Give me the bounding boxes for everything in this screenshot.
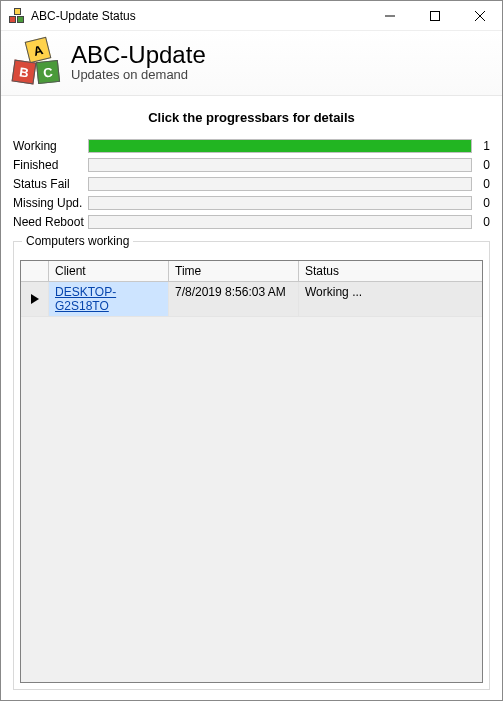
progress-count: 1: [472, 139, 490, 153]
window-controls: [367, 1, 502, 30]
instruction-text: Click the progressbars for details: [13, 110, 490, 125]
column-header-status[interactable]: Status: [299, 261, 482, 282]
close-button[interactable]: [457, 1, 502, 30]
titlebar: ABC-Update Status: [1, 1, 502, 31]
data-grid[interactable]: Client Time Status DESKTOP-G2S18TO7/8/20…: [20, 260, 483, 683]
column-header-client[interactable]: Client: [49, 261, 169, 282]
abc-blocks-icon: A B C: [13, 39, 63, 85]
app-body: Click the progressbars for details Worki…: [1, 96, 502, 700]
caret-right-icon: [31, 294, 39, 304]
cell-status: Working ...: [299, 282, 482, 317]
row-header: [21, 282, 49, 317]
grid-body: DESKTOP-G2S18TO7/8/2019 8:56:03 AMWorkin…: [21, 282, 482, 682]
progress-label: Working: [13, 139, 88, 153]
table-row[interactable]: DESKTOP-G2S18TO7/8/2019 8:56:03 AMWorkin…: [21, 282, 482, 317]
app-title: ABC-Update: [71, 42, 206, 67]
cell-time: 7/8/2019 8:56:03 AM: [169, 282, 299, 317]
progress-label: Need Reboot: [13, 215, 88, 229]
minimize-button[interactable]: [367, 1, 412, 30]
progress-rows: Working1Finished0Status Fail0Missing Upd…: [13, 139, 490, 229]
app-header: A B C ABC-Update Updates on demand: [1, 31, 502, 96]
maximize-button[interactable]: [412, 1, 457, 30]
progress-bar[interactable]: [88, 196, 472, 210]
svg-rect-1: [430, 11, 439, 20]
app-icon: [9, 8, 25, 24]
client-link[interactable]: DESKTOP-G2S18TO: [49, 282, 169, 317]
progress-count: 0: [472, 158, 490, 172]
app-subtitle: Updates on demand: [71, 67, 206, 82]
app-window: ABC-Update Status A B C ABC-Update Updat…: [0, 0, 503, 701]
progress-label: Status Fail: [13, 177, 88, 191]
group-computers-working: Computers working Client Time Status DES…: [13, 241, 490, 690]
progress-bar[interactable]: [88, 177, 472, 191]
progress-count: 0: [472, 196, 490, 210]
group-legend: Computers working: [22, 234, 133, 248]
progress-bar[interactable]: [88, 158, 472, 172]
progress-bar[interactable]: [88, 139, 472, 153]
progress-label: Finished: [13, 158, 88, 172]
progress-bar[interactable]: [88, 215, 472, 229]
column-header-row[interactable]: [21, 261, 49, 282]
svg-marker-4: [31, 294, 39, 304]
column-header-time[interactable]: Time: [169, 261, 299, 282]
window-title: ABC-Update Status: [31, 9, 367, 23]
progress-count: 0: [472, 177, 490, 191]
progress-label: Missing Upd.: [13, 196, 88, 210]
grid-header: Client Time Status: [21, 261, 482, 282]
progress-count: 0: [472, 215, 490, 229]
